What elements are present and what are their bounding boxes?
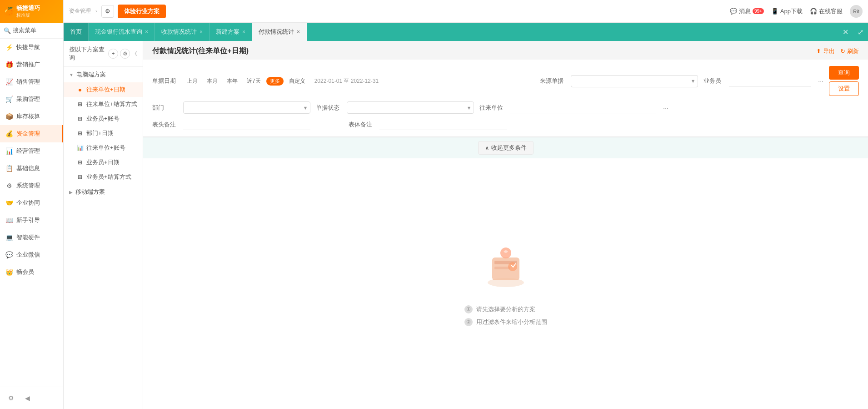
tab-home[interactable]: 首页 — [64, 23, 89, 41]
sidebar-item-label: 营销推广 — [16, 61, 40, 69]
sidebar-item-hardware[interactable]: 💻 智能硬件 — [0, 229, 63, 246]
sidebar-item-inventory[interactable]: 📦 库存核算 — [0, 108, 63, 125]
sidebar-item-system[interactable]: ⚙ 系统管理 — [0, 177, 63, 194]
staff-ellipsis[interactable]: ··· — [818, 77, 823, 85]
body-note-input[interactable] — [379, 119, 507, 130]
scheme-collapse-btn[interactable]: 《 — [132, 50, 137, 58]
sidebar: 🍊 畅捷通巧 标准版 🔍 搜索菜单 ⚡ 快捷导航 🎁 营销推广 📈 销售管理 🛒… — [0, 0, 64, 409]
export-btn[interactable]: ⬆ 导出 — [816, 47, 835, 56]
settings-footer-btn[interactable]: ⚙ — [5, 392, 17, 404]
user-avatar[interactable]: Rit — [850, 5, 863, 18]
tab-collection-stats[interactable]: 收款情况统计 × — [155, 23, 210, 41]
sidebar-item-finance[interactable]: 💰 资金管理 — [0, 125, 63, 142]
sidebar-item-label: 采购管理 — [16, 95, 40, 103]
doc-status-select[interactable] — [347, 101, 474, 114]
scheme-group-mobile-header[interactable]: ▶ 移动端方案 — [64, 184, 143, 200]
date-option-custom[interactable]: 自定义 — [285, 76, 309, 86]
date-filter-label: 单据日期 — [152, 77, 178, 85]
breadcrumb-chevron: › — [95, 9, 97, 14]
filter-settings-btn[interactable]: 设置 — [829, 81, 859, 96]
date-option-more[interactable]: 更多 — [266, 77, 284, 86]
scheme-item-label: 部门+日期 — [86, 129, 114, 137]
header-note-input[interactable] — [183, 119, 310, 130]
tab-close-all-btn[interactable]: ✕ — [838, 28, 853, 36]
sidebar-item-enterprise[interactable]: 🤝 企业协同 — [0, 194, 63, 212]
empty-tips: ① 请先选择要分析的方案 ② 用过滤条件来缩小分析范围 — [464, 305, 547, 326]
export-icon: ⬆ — [816, 48, 821, 55]
page-content: 按以下方案查询 + ⚙ 《 ▼ 电脑端方案 ● 往来单位+日期 ⊞ — [64, 41, 868, 409]
refresh-label: 刷新 — [847, 47, 859, 56]
scheme-add-btn[interactable]: + — [108, 49, 118, 59]
scheme-item-partner-date[interactable]: ● 往来单位+日期 — [64, 82, 143, 97]
query-btn[interactable]: 查询 — [829, 66, 859, 80]
collapse-sidebar-btn[interactable]: ◀ — [21, 392, 34, 404]
collapse-area: ∧ 收起更多条件 — [143, 137, 868, 158]
scheme-group-pc-header[interactable]: ▼ 电脑端方案 — [64, 67, 143, 82]
dept-select[interactable] — [183, 101, 310, 114]
sidebar-item-label: 库存核算 — [16, 112, 40, 121]
messages-btn[interactable]: 💬 消息 99+ — [730, 7, 764, 15]
trial-btn[interactable]: 体验行业方案 — [118, 5, 166, 18]
tab-home-label: 首页 — [70, 28, 82, 36]
sidebar-item-guide[interactable]: 📖 新手引导 — [0, 212, 63, 229]
tip-num-2: ② — [464, 318, 473, 326]
logo-icon: 🍊 — [4, 6, 14, 16]
sidebar-header: 🍊 畅捷通巧 标准版 — [0, 0, 63, 23]
source-select[interactable] — [571, 75, 698, 87]
sidebar-item-quick-nav[interactable]: ⚡ 快捷导航 — [0, 39, 63, 56]
scheme-item-staff-settlement[interactable]: ⊞ 业务员+结算方式 — [64, 170, 143, 184]
scheme-item-partner-settlement[interactable]: ⊞ 往来单位+结算方式 — [64, 97, 143, 111]
tab-bank-flow[interactable]: 现金银行流水查询 × — [89, 23, 155, 41]
date-option-this-month[interactable]: 本月 — [203, 76, 221, 86]
scheme-item-dept-date[interactable]: ⊞ 部门+日期 — [64, 126, 143, 141]
sidebar-item-marketing[interactable]: 🎁 营销推广 — [0, 56, 63, 73]
sidebar-item-purchase[interactable]: 🛒 采购管理 — [0, 91, 63, 108]
staff-input[interactable] — [729, 76, 811, 86]
sidebar-item-wechat[interactable]: 💬 企业微信 — [0, 246, 63, 263]
operations-icon: 📊 — [5, 147, 13, 155]
partner-ellipsis[interactable]: ··· — [663, 104, 668, 111]
sidebar-item-label: 畅会员 — [16, 268, 34, 276]
app-download-btn[interactable]: 📱 App下载 — [771, 7, 803, 15]
search-menu[interactable]: 🔍 搜索菜单 — [0, 23, 63, 39]
scheme-icon-partner-date: ● — [76, 86, 84, 93]
online-service-btn[interactable]: 🎧 在线客服 — [810, 7, 843, 15]
topbar-settings-btn[interactable]: ⚙ — [101, 5, 114, 18]
source-select-wrapper: ▾ — [571, 75, 698, 87]
tabbar: 首页 现金银行流水查询 × 收款情况统计 × 新建方案 × 付款情况统计 × ✕… — [64, 23, 868, 41]
scheme-sidebar: 按以下方案查询 + ⚙ 《 ▼ 电脑端方案 ● 往来单位+日期 ⊞ — [64, 41, 143, 409]
pc-group-label: 电脑端方案 — [76, 71, 106, 79]
filter-actions: 查询 设置 — [829, 66, 859, 96]
sidebar-item-label: 经营管理 — [16, 147, 40, 155]
sidebar-item-sales[interactable]: 📈 销售管理 — [0, 73, 63, 91]
tab-collection-stats-close[interactable]: × — [200, 29, 203, 35]
sidebar-item-operations[interactable]: 📊 经营管理 — [0, 142, 63, 160]
wechat-icon: 💬 — [5, 251, 13, 258]
inventory-icon: 📦 — [5, 113, 13, 120]
tab-maximize-btn[interactable]: ⤢ — [853, 28, 868, 36]
scheme-item-staff-account[interactable]: ⊞ 业务员+账号 — [64, 111, 143, 126]
scheme-item-staff-date[interactable]: ⊞ 业务员+日期 — [64, 155, 143, 170]
export-label: 导出 — [823, 47, 835, 56]
scheme-settings-btn[interactable]: ⚙ — [120, 49, 130, 59]
online-service-label: 在线客服 — [819, 7, 843, 15]
tab-new-scheme[interactable]: 新建方案 × — [210, 23, 252, 41]
quick-nav-icon: ⚡ — [5, 44, 13, 51]
tab-payment-stats[interactable]: 付款情况统计 × — [252, 23, 307, 41]
tab-payment-stats-close[interactable]: × — [297, 29, 300, 35]
collapse-conditions-btn[interactable]: ∧ 收起更多条件 — [478, 141, 534, 155]
refresh-btn[interactable]: ↻ 刷新 — [840, 47, 859, 56]
guide-icon: 📖 — [5, 217, 13, 224]
tab-new-scheme-close[interactable]: × — [242, 29, 245, 35]
sidebar-item-member[interactable]: 👑 畅会员 — [0, 263, 63, 281]
sidebar-item-basic-info[interactable]: 📋 基础信息 — [0, 160, 63, 177]
tab-bank-flow-close[interactable]: × — [145, 29, 148, 35]
sidebar-footer: ⚙ ◀ — [0, 387, 63, 409]
partner-input[interactable] — [510, 102, 656, 113]
scheme-header-actions: + ⚙ 《 — [108, 49, 137, 59]
scheme-item-partner-account[interactable]: 📊 往来单位+账号 — [64, 141, 143, 155]
messages-label: 消息 — [739, 7, 751, 15]
date-option-last-7days[interactable]: 近7天 — [243, 76, 264, 86]
date-option-last-month[interactable]: 上月 — [183, 76, 201, 86]
date-option-this-year[interactable]: 本年 — [223, 76, 241, 86]
